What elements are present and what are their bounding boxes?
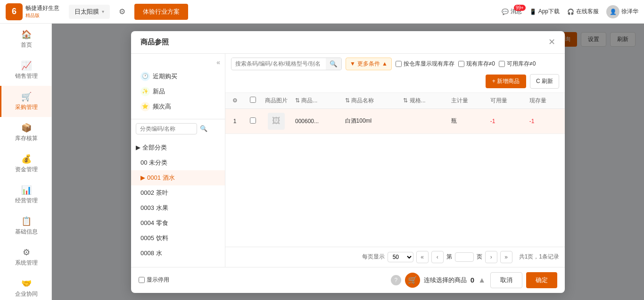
- nav-right: 💬 消息 99+ 📱 App下载 🎧 在线客服 👤 徐泽华: [502, 5, 638, 18]
- category-search-icon[interactable]: 🔍: [200, 125, 207, 132]
- select-all-checkbox[interactable]: [250, 97, 256, 103]
- purchase-icon: 🛒: [21, 92, 32, 102]
- category-all[interactable]: ▶ 全部分类: [131, 140, 225, 155]
- chevron-down-icon: ▾: [102, 9, 104, 14]
- sales-icon: 📈: [21, 60, 32, 71]
- recent-icon: 🕐: [140, 72, 150, 81]
- product-image-placeholder: 🖼: [268, 113, 285, 130]
- confirm-button[interactable]: 确定: [526, 272, 557, 288]
- product-search-button[interactable]: 🔍: [326, 58, 341, 70]
- sidebar-item-purchase[interactable]: 🛒 采购管理: [0, 86, 51, 117]
- category-item-0002[interactable]: 0002 茶叶: [131, 185, 225, 200]
- sidebar: 🏠 首页 📈 销售管理 🛒 采购管理 📦 库存核算 💰 资金管理 📊 经营管理 …: [0, 24, 52, 300]
- row-image: 🖼: [261, 108, 291, 133]
- footer-selection-area: ? 🛒 连续选择的商品 0 ▲: [391, 273, 486, 288]
- row-spec: [399, 108, 447, 133]
- quick-item-new[interactable]: ✨ 新品: [136, 84, 220, 99]
- per-page-select[interactable]: 50 20 100: [388, 252, 413, 262]
- cart-icon[interactable]: 🛒: [405, 273, 420, 288]
- row-checkbox[interactable]: [244, 108, 261, 133]
- sidebar-item-finance[interactable]: 💰 资金管理: [0, 148, 51, 179]
- sidebar-item-operation[interactable]: 📊 经营管理: [0, 179, 51, 210]
- enterprise-icon: 🤝: [21, 278, 32, 289]
- product-table: ⚙ 商品图片 ⇅ 商品...: [225, 93, 565, 247]
- modal-left-panel: « 🕐 近期购买 ✨ 新品 ⭐: [131, 54, 225, 267]
- phone-icon: 📱: [529, 8, 537, 15]
- online-service-button[interactable]: 🎧 在线客服: [567, 8, 599, 16]
- warehouse-display-checkbox[interactable]: 按仓库显示现有库存: [396, 60, 454, 68]
- nav-store-selector[interactable]: 日太阳膜 ▾: [69, 5, 110, 19]
- category-item-0001[interactable]: ▶ 0001 酒水: [131, 170, 225, 185]
- sort-icon: ⇅: [403, 97, 408, 104]
- col-header-unit: 主计量: [447, 93, 487, 109]
- row-unit: 瓶: [447, 108, 487, 133]
- messages-button[interactable]: 💬 消息 99+: [502, 8, 522, 16]
- experience-plan-button[interactable]: 体验行业方案: [134, 4, 188, 20]
- first-page-button[interactable]: «: [416, 251, 429, 263]
- main-content: 查询 设置 刷新 商品参照 ✕: [52, 24, 644, 300]
- cancel-button[interactable]: 取消: [490, 272, 522, 288]
- col-header-name[interactable]: ⇅ 商品名称: [341, 93, 400, 109]
- left-panel-collapse-button[interactable]: «: [216, 58, 220, 66]
- logo: 6 畅捷通好生意 精品版: [6, 3, 59, 20]
- message-icon: 💬: [502, 8, 509, 15]
- sidebar-item-sales[interactable]: 📈 销售管理: [0, 55, 51, 86]
- system-icon: ⚙: [23, 247, 30, 258]
- operation-icon: 📊: [21, 185, 32, 195]
- basic-info-icon: 📋: [21, 216, 32, 226]
- category-search-area: 🔍: [131, 119, 225, 138]
- modal-left-top: « 🕐 近期购买 ✨ 新品 ⭐: [131, 58, 225, 119]
- page-number-input[interactable]: 1: [455, 252, 474, 262]
- quick-item-frequent[interactable]: ⭐ 频次高: [136, 99, 220, 114]
- logo-text: 畅捷通好生意 精品版: [25, 5, 59, 18]
- quick-item-recent[interactable]: 🕐 近期购买: [136, 69, 220, 84]
- col-header-checkbox[interactable]: [244, 93, 261, 109]
- sidebar-item-basic-info[interactable]: 📋 基础信息: [0, 210, 51, 242]
- row-code: 000600...: [291, 108, 341, 133]
- sidebar-item-home[interactable]: 🏠 首页: [0, 24, 51, 55]
- refresh-product-button[interactable]: C 刷新: [530, 74, 559, 89]
- col-header-spec[interactable]: ⇅ 规格...: [399, 93, 447, 109]
- category-item-0010[interactable]: 0010 家电: [131, 261, 225, 262]
- col-header-settings[interactable]: ⚙: [225, 93, 244, 109]
- category-item-00[interactable]: 00 未分类: [131, 155, 225, 170]
- category-all-arrow-icon: ▶: [136, 144, 140, 151]
- category-item-0005[interactable]: 0005 饮料: [131, 231, 225, 246]
- row-name: 白酒100ml: [341, 108, 400, 133]
- footer-collapse-icon[interactable]: ▲: [478, 276, 486, 284]
- show-disabled-checkbox[interactable]: 显示停用: [139, 276, 169, 284]
- next-page-button[interactable]: ›: [485, 251, 497, 263]
- add-product-button[interactable]: + 新增商品: [486, 75, 526, 88]
- sidebar-item-enterprise[interactable]: 🤝 企业协同: [0, 273, 51, 300]
- col-header-code[interactable]: ⇅ 商品...: [291, 93, 341, 109]
- modal-overlay: 商品参照 ✕ « 🕐 近期购买: [52, 24, 644, 300]
- sidebar-item-system[interactable]: ⚙ 系统管理: [0, 242, 51, 273]
- product-search-input[interactable]: [231, 58, 326, 69]
- product-search-box: 🔍: [231, 58, 342, 70]
- settings-icon[interactable]: ⚙: [115, 4, 130, 19]
- logo-icon: 6: [6, 3, 23, 20]
- modal-right-panel: 🔍 ▼ 更多条件 ▲ 按仓库显示现有库存: [225, 54, 565, 267]
- help-icon[interactable]: ?: [391, 275, 401, 285]
- category-item-0003[interactable]: 0003 水果: [131, 200, 225, 216]
- modal-title: 商品参照: [140, 38, 169, 47]
- category-item-0008[interactable]: 0008 水: [131, 246, 225, 261]
- available-nonzero-checkbox[interactable]: 可用库存≠0: [499, 60, 536, 68]
- category-item-0004[interactable]: 0004 零食: [131, 216, 225, 231]
- footer-buttons: 取消 确定: [490, 272, 557, 288]
- last-page-button[interactable]: »: [500, 251, 512, 263]
- sidebar-item-inventory[interactable]: 📦 库存核算: [0, 117, 51, 148]
- headset-icon: 🎧: [567, 8, 574, 15]
- avatar: 👤: [606, 5, 619, 18]
- user-menu[interactable]: 👤 徐泽华: [606, 5, 638, 18]
- category-search-input[interactable]: [136, 123, 197, 134]
- stock-nonzero-checkbox[interactable]: 现有库存≠0: [458, 60, 495, 68]
- modal-body: « 🕐 近期购买 ✨ 新品 ⭐: [131, 54, 565, 267]
- modal-close-button[interactable]: ✕: [548, 38, 555, 46]
- frequent-icon: ⭐: [140, 102, 150, 111]
- app-download-button[interactable]: 📱 App下载: [529, 8, 560, 16]
- col-header-stock: 现存量: [526, 93, 565, 109]
- more-filters-button[interactable]: ▼ 更多条件 ▲: [346, 58, 392, 70]
- prev-page-button[interactable]: ‹: [431, 251, 444, 263]
- table-row[interactable]: 1 🖼 000600... 白酒100ml: [225, 108, 565, 133]
